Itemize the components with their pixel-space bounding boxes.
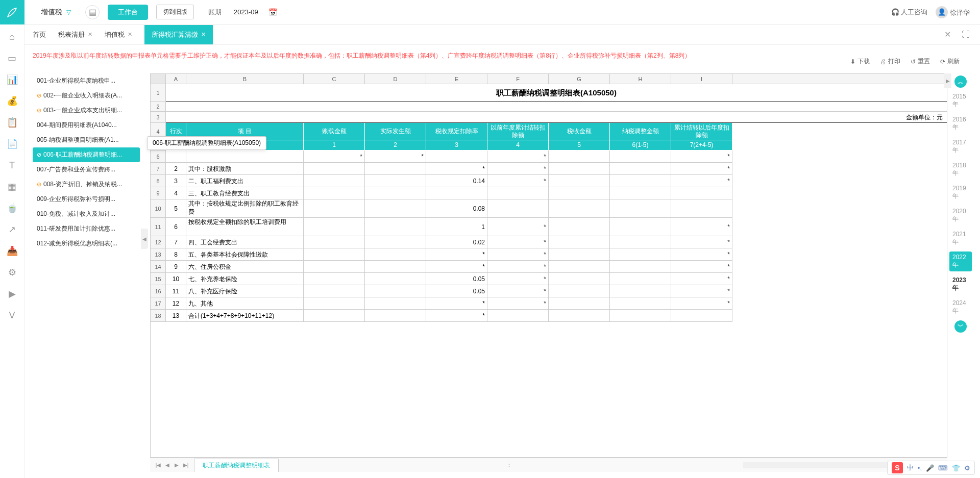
data-cell[interactable] [304,285,365,297]
data-cell[interactable] [610,199,671,218]
data-cell[interactable]: * [487,261,549,273]
data-cell[interactable] [487,310,549,322]
data-cell[interactable] [304,187,365,199]
data-cell[interactable] [610,218,671,236]
layers-icon[interactable]: ▭ [6,52,18,64]
row-header[interactable]: 6 [151,150,166,163]
data-cell[interactable] [304,297,365,310]
tab-expand-icon[interactable]: ⛶ [960,29,972,41]
data-cell[interactable]: 0.05 [426,285,487,297]
data-cell[interactable]: 0.05 [426,273,487,285]
data-cell[interactable]: 其中：按税收规定比例扣除的职工教育经费 [186,199,304,218]
report-list-item[interactable]: 004-期间费用明细表(A1040... [33,118,140,133]
data-cell[interactable] [610,175,671,187]
export-icon[interactable]: ↗ [6,223,18,236]
data-cell[interactable] [610,273,671,285]
data-cell[interactable] [365,199,426,218]
data-cell[interactable]: 10 [166,273,186,285]
data-cell[interactable] [610,285,671,297]
data-cell[interactable] [549,218,610,236]
data-cell[interactable] [549,236,610,248]
document-icon[interactable]: 📄 [6,138,18,150]
data-cell[interactable]: * [487,248,549,261]
data-cell[interactable]: * [487,218,549,236]
year-item[interactable]: 2015年 [949,91,972,111]
data-cell[interactable] [671,199,732,218]
col-header[interactable]: F [487,74,549,84]
row-header[interactable]: 2 [151,102,166,112]
data-cell[interactable] [426,150,487,163]
data-cell[interactable]: 七、补充养老保险 [186,273,304,285]
data-cell[interactable]: * [487,285,549,297]
row-header[interactable]: 18 [151,310,166,322]
tab-item[interactable]: 增值税✕ [105,25,132,44]
report-list-item[interactable]: 009-企业所得税弥补亏损明... [33,192,140,207]
data-cell[interactable] [365,187,426,199]
data-cell[interactable] [365,297,426,310]
clipboard-icon[interactable]: 📋 [6,116,18,129]
report-list-item[interactable]: ⊘008-资产折旧、摊销及纳税... [33,177,140,192]
data-cell[interactable] [365,273,426,285]
data-cell[interactable]: 八、补充医疗保险 [186,285,304,297]
data-cell[interactable] [549,187,610,199]
old-version-button[interactable]: 切到旧版 [156,5,194,19]
year-item[interactable]: 2016年 [949,114,972,134]
data-cell[interactable]: 九、其他 [186,297,304,310]
report-list-item[interactable]: 007-广告费和业务宣传费跨... [33,162,140,177]
data-cell[interactable]: * [487,150,549,163]
data-cell[interactable]: * [304,150,365,163]
workspace-button[interactable]: 工作台 [108,5,148,20]
tab-close-all-icon[interactable]: ✕ [941,29,953,41]
year-item[interactable]: 2017年 [949,137,972,157]
data-cell[interactable]: 7 [166,236,186,248]
data-cell[interactable] [304,175,365,187]
data-cell[interactable]: 8 [166,248,186,261]
bag-icon[interactable]: 💰 [6,95,18,107]
close-icon[interactable]: ✕ [88,31,92,38]
sheet-nav-prev[interactable]: ◀ [163,461,172,469]
data-cell[interactable]: * [671,273,732,285]
report-list-item[interactable]: 010-免税、减计收入及加计... [33,207,140,221]
data-cell[interactable]: 2 [166,163,186,175]
ime-skin-icon[interactable]: 👕 [952,464,960,472]
data-cell[interactable] [671,187,732,199]
refresh-button[interactable]: ⟳刷新 [940,57,960,66]
report-list-item[interactable]: 011-研发费用加计扣除优惠... [33,221,140,236]
calendar-icon[interactable]: 📅 [268,8,277,16]
report-list-item[interactable]: ⊘002-一般企业收入明细表(A... [33,88,140,103]
data-cell[interactable]: 12 [166,297,186,310]
data-cell[interactable] [186,150,304,163]
sheet-tab[interactable]: 职工薪酬纳税调整明细表 [194,459,279,472]
col-header[interactable]: A [166,74,186,84]
row-header[interactable]: 9 [151,187,166,199]
inbox-icon[interactable]: 📥 [6,245,18,257]
data-cell[interactable] [304,236,365,248]
data-cell[interactable] [487,187,549,199]
data-cell[interactable] [610,248,671,261]
collapse-handle[interactable]: ◀ [141,229,148,249]
ime-lang[interactable]: 中 [907,463,914,472]
data-cell[interactable]: 0.02 [426,236,487,248]
year-item[interactable]: 2018年 [949,160,972,180]
print-button[interactable]: 🖨打印 [880,57,900,66]
data-cell[interactable] [166,150,186,163]
data-cell[interactable]: * [671,297,732,310]
data-cell[interactable]: 5 [166,199,186,218]
row-header[interactable]: 1 [151,84,166,102]
report-list-item[interactable]: ⊘003-一般企业成本支出明细... [33,103,140,118]
doc-icon-button[interactable]: ▤ [85,5,100,19]
data-cell[interactable]: 四、工会经费支出 [186,236,304,248]
data-cell[interactable] [365,248,426,261]
row-header[interactable]: 12 [151,236,166,248]
data-cell[interactable]: 六、住房公积金 [186,261,304,273]
data-cell[interactable] [304,273,365,285]
data-cell[interactable]: 0.08 [426,199,487,218]
data-cell[interactable] [549,175,610,187]
report-list-item[interactable]: ⊘006-职工薪酬纳税调整明细... [33,147,140,162]
ime-voice-icon[interactable]: 🎤 [926,464,934,472]
data-cell[interactable] [304,248,365,261]
year-up-button[interactable]: ︽ [954,76,967,88]
data-cell[interactable]: * [671,218,732,236]
play-icon[interactable]: ▶ [6,288,18,300]
report-list-item[interactable]: 012-减免所得税优惠明细表(... [33,236,140,251]
